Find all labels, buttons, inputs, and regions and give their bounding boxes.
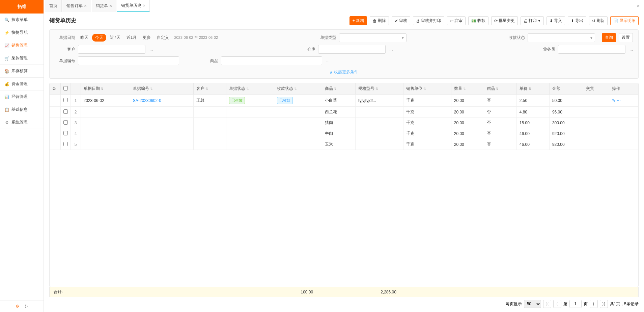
sort-price-icon[interactable]: ⇅ <box>529 87 531 90</box>
cell-price: 15.00 <box>516 118 549 128</box>
sidebar-item-operations-mgmt[interactable]: 📊 经营管理 <box>0 90 44 103</box>
sidebar-item-purchase-mgmt[interactable]: 🛒 采购管理 <box>0 52 44 65</box>
batch-change-button[interactable]: ⟳ 批量变更 <box>491 16 518 25</box>
salesperson-dots[interactable]: ... <box>629 47 633 52</box>
sort-pay-status-icon[interactable]: ⇅ <box>294 87 297 90</box>
date-tag-today[interactable]: 今天 <box>92 34 106 42</box>
tab-sales-delivery[interactable]: 销货单 ✕ <box>92 0 116 12</box>
row-checkbox[interactable] <box>63 98 68 102</box>
new-button[interactable]: + 新增 <box>349 16 367 25</box>
th-customer[interactable]: 客户 ⇅ <box>194 83 226 95</box>
sort-customer-icon[interactable]: ⇅ <box>205 87 208 90</box>
export-button[interactable]: ⬆ 导出 <box>568 16 586 25</box>
doc-type-select[interactable] <box>339 33 407 42</box>
salesperson-input[interactable] <box>558 45 625 54</box>
date-tag-custom[interactable]: 自定义 <box>155 34 171 42</box>
sidebar-collapse-icon[interactable]: ⟨⟩ <box>25 304 28 309</box>
more-action-btn[interactable]: ⋯ <box>617 98 621 103</box>
sort-spec-icon[interactable]: ⇅ <box>375 87 378 90</box>
doc-number-input[interactable] <box>78 56 179 65</box>
product-input[interactable] <box>221 56 322 65</box>
tab-sales-history-close[interactable]: ✕ <box>143 4 145 7</box>
row-checkbox[interactable] <box>63 142 68 146</box>
first-page-button[interactable]: ⟨⟨ <box>543 300 551 308</box>
sort-doc-number-icon[interactable]: ⇅ <box>150 87 153 90</box>
sidebar-item-sales-mgmt[interactable]: 📈 销售管理 <box>0 39 44 52</box>
sidebar-item-basic-info[interactable]: 📋 基础信息 <box>0 103 44 116</box>
page-size-select[interactable]: 50 100 <box>524 300 541 308</box>
row-checkbox[interactable] <box>63 109 68 114</box>
page-number-input[interactable] <box>569 300 582 308</box>
display-button[interactable]: 📄 显示明细 <box>610 16 639 25</box>
collect-button[interactable]: 💵 收款 <box>468 16 488 25</box>
th-doc-number[interactable]: 单据编号 ⇅ <box>130 83 194 95</box>
th-price[interactable]: 单价 ⇅ <box>516 83 549 95</box>
query-button[interactable]: 查询 <box>602 33 616 42</box>
date-tag-yesterday[interactable]: 昨天 <box>78 34 91 42</box>
date-tag-7days[interactable]: 近7天 <box>108 34 123 42</box>
th-doc-date[interactable]: 单据日期 ⇅ <box>81 83 130 95</box>
delete-button[interactable]: 🗑 删除 <box>370 16 389 25</box>
row-checkbox[interactable] <box>63 120 68 125</box>
th-product[interactable]: 商品 ⇅ <box>322 83 356 95</box>
cell-doc-status <box>226 128 274 139</box>
tab-home[interactable]: 首页 <box>45 0 62 12</box>
th-unit[interactable]: 销售单位 ⇅ <box>403 83 451 95</box>
cell-checkbox <box>60 95 71 107</box>
th-qty[interactable]: 数量 ⇅ <box>451 83 484 95</box>
th-spec[interactable]: 规格型号 ⇅ <box>356 83 403 95</box>
import-button[interactable]: ⬇ 导入 <box>547 16 565 25</box>
print-review-button[interactable]: 🖨 审核并打印 <box>413 16 444 25</box>
th-settings[interactable]: ⚙ <box>50 83 60 95</box>
doc-number-link[interactable]: SA-20230602-0 <box>133 98 161 103</box>
th-amount[interactable]: 金额 <box>549 83 583 95</box>
prev-page-button[interactable]: ⟨ <box>553 300 561 308</box>
cell-spec <box>356 107 403 118</box>
cell-settings <box>50 139 60 150</box>
tab-sales-order[interactable]: 销售订单 ✕ <box>62 0 91 12</box>
customer-input[interactable] <box>78 45 145 54</box>
th-doc-status[interactable]: 单据状态 ⇅ <box>226 83 274 95</box>
product-dots[interactable]: ... <box>326 58 330 63</box>
tab-sales-delivery-close[interactable]: ✕ <box>109 4 112 8</box>
collapse-button[interactable]: ∧ 收起更多条件 <box>55 68 633 75</box>
last-page-button[interactable]: ⟩⟩ <box>600 300 608 308</box>
abandon-button[interactable]: ↩ 弃审 <box>447 16 466 25</box>
tab-sales-history[interactable]: 销货单历史 ✕ <box>117 0 150 12</box>
tab-sales-order-close[interactable]: ✕ <box>84 4 87 8</box>
th-gift[interactable]: 赠品 ⇅ <box>484 83 516 95</box>
sidebar-item-finance-mgmt[interactable]: 💰 资金管理 <box>0 78 44 90</box>
review-button[interactable]: ✔ 审核 <box>392 16 410 25</box>
sort-gift-icon[interactable]: ⇅ <box>496 87 499 90</box>
th-unit-label: 销售单位 <box>406 86 422 92</box>
print-button[interactable]: 🖨 打印 ▼ <box>521 16 544 25</box>
next-page-button[interactable]: ⟩ <box>590 300 598 308</box>
sidebar-item-search-menu[interactable]: 🔍 搜索菜单 <box>0 14 44 26</box>
customer-dots[interactable]: ... <box>149 47 153 52</box>
th-pay-status[interactable]: 收款状态 ⇅ <box>274 83 322 95</box>
date-tag-1month[interactable]: 近1月 <box>124 34 139 42</box>
tab-bar-close-all[interactable]: ✕ <box>633 4 644 8</box>
sidebar-item-system-mgmt[interactable]: ⚙ 系统管理 <box>0 116 44 129</box>
warehouse-input[interactable] <box>318 45 386 54</box>
edit-action-btn[interactable]: ✎ <box>612 98 615 103</box>
settings-gear-icon[interactable]: ⚙ <box>52 86 56 91</box>
sort-doc-status-icon[interactable]: ⇅ <box>246 87 249 90</box>
sidebar-settings-icon[interactable]: ⚙ <box>16 304 19 309</box>
sort-product-icon[interactable]: ⇅ <box>334 87 337 90</box>
date-tag-more[interactable]: 更多 <box>140 34 153 42</box>
row-checkbox[interactable] <box>63 131 68 135</box>
date-range-display: 2023-06-02 至 2023-06-02 <box>174 35 218 40</box>
inventory-calc-icon: 🏠 <box>4 69 9 74</box>
sidebar-item-inventory-calc[interactable]: 🏠 库存核算 <box>0 65 44 78</box>
pay-status-select[interactable] <box>528 33 595 42</box>
sort-qty-icon[interactable]: ⇅ <box>463 87 466 90</box>
sidebar-item-quick-nav[interactable]: ⚡ 快捷导航 <box>0 26 44 39</box>
warehouse-dots[interactable]: ... <box>390 47 393 52</box>
select-all-checkbox[interactable] <box>63 86 68 90</box>
table-footer: 合计: 100.00 2,286.00 <box>49 287 639 297</box>
sort-doc-date-icon[interactable]: ⇅ <box>101 87 104 90</box>
settings-filter-button[interactable]: 设置 <box>619 33 633 42</box>
refresh-button[interactable]: ↺ 刷新 <box>589 16 608 25</box>
sort-unit-icon[interactable]: ⇅ <box>423 87 426 90</box>
